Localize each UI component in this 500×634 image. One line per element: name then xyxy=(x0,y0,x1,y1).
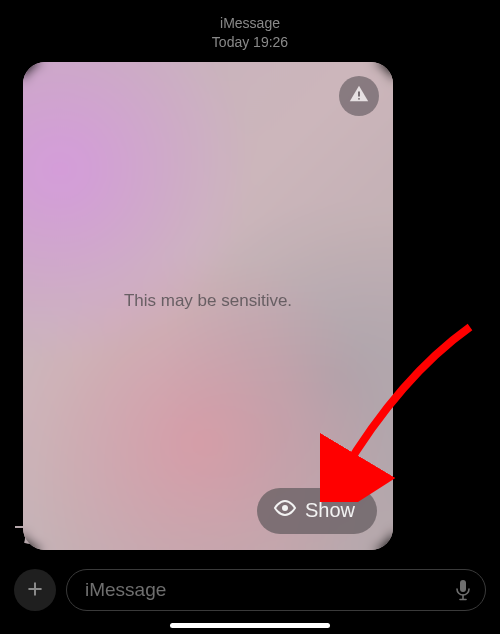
incoming-message-bubble: This may be sensitive. Show xyxy=(23,62,393,550)
home-indicator[interactable] xyxy=(170,623,330,628)
svg-rect-1 xyxy=(358,98,360,100)
sensitive-image-bubble[interactable]: This may be sensitive. Show xyxy=(23,62,393,550)
add-button[interactable] xyxy=(14,569,56,611)
warning-icon xyxy=(348,83,370,109)
eye-icon xyxy=(273,496,297,525)
show-button[interactable]: Show xyxy=(257,488,377,534)
sensitive-content-label: This may be sensitive. xyxy=(124,291,292,311)
message-input[interactable] xyxy=(66,569,486,611)
compose-row xyxy=(0,568,500,612)
svg-rect-0 xyxy=(358,91,360,97)
timestamp-label: Today 19:26 xyxy=(0,33,500,52)
warning-badge[interactable] xyxy=(339,76,379,116)
show-button-label: Show xyxy=(305,499,355,522)
svg-point-2 xyxy=(282,505,288,511)
plus-icon xyxy=(25,579,45,602)
service-label: iMessage xyxy=(0,14,500,33)
conversation-timestamp-header: iMessage Today 19:26 xyxy=(0,0,500,52)
